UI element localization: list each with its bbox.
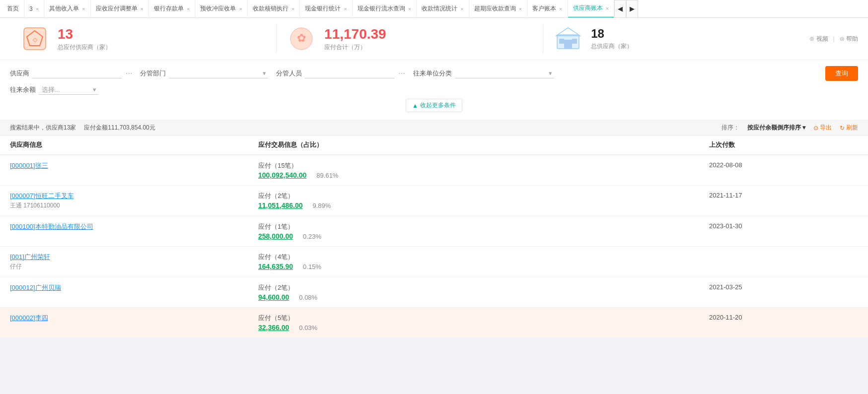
stat-content-payable: 13 总应付供应商（家） (58, 26, 111, 52)
nav-next-arrow[interactable]: ▶ (626, 0, 638, 18)
close-icon[interactable]: × (141, 6, 144, 12)
filter-balance: 往来余额 选择... (10, 85, 98, 95)
tx-percent: 0.15% (303, 263, 321, 270)
dept-filter-label: 分管部门 (140, 69, 166, 78)
table-row: [000012]广州贝瑞 应付（2笔） 94,600.00 0.08% 2021… (0, 277, 868, 308)
tx-label: 应付（5笔） (258, 314, 709, 323)
tx-amount-row: 258,000.00 0.23% (258, 232, 709, 240)
nav-tab-home[interactable]: 首页 (2, 0, 24, 18)
supplier-info-cell: [000001]张三 (10, 161, 258, 171)
close-icon[interactable]: × (187, 6, 190, 12)
nav-prev-arrow[interactable]: ◀ (614, 0, 626, 18)
nav-tab-receipt-exec[interactable]: 收款核销执行 × (248, 0, 300, 18)
supplier-table: 供应商信息 应付交易信息（占比） 上次付数 [000001]张三 应付（15笔）… (0, 135, 868, 338)
close-icon[interactable]: × (606, 5, 609, 11)
tx-label: 应付（4笔） (258, 253, 709, 262)
export-button[interactable]: ⊙ 导出 (813, 124, 832, 132)
tx-amount-link[interactable]: 94,600.00 (258, 293, 289, 301)
collapse-more-btn[interactable]: ▲ 收起更多条件 (406, 99, 462, 112)
query-button[interactable]: 查询 (825, 66, 858, 81)
sort-selector[interactable]: 按应付余额倒序排序 ▾ (747, 124, 805, 132)
tx-amount-link[interactable]: 11,051,486.00 (258, 201, 303, 209)
nav-tab-bank-deposit[interactable]: 银行存款单 × (149, 0, 195, 18)
close-icon[interactable]: × (291, 6, 294, 12)
refresh-button[interactable]: ↻ 刷新 (840, 124, 858, 132)
sort-value-label: 按应付余额倒序排序 (747, 124, 801, 131)
tx-info-cell: 应付（2笔） 94,600.00 0.08% (258, 283, 709, 301)
tx-amount-link[interactable]: 32,366.00 (258, 324, 289, 331)
supplier-filter-label: 供应商 (10, 69, 29, 78)
stat-block-total-suppliers: 18 总供应商（家） (543, 24, 809, 54)
filter-category: 往来单位分类 (413, 68, 554, 78)
nav-tab-supplier-ledger[interactable]: 供应商账本 × (568, 0, 614, 18)
export-icon: ⊙ (813, 125, 818, 131)
svg-text:◇: ◇ (33, 36, 38, 43)
svg-rect-9 (572, 39, 577, 44)
nav-tab-cash-query[interactable]: 现金银行流水查询 × (353, 0, 417, 18)
nav-tab-prepaid-ar-label: 预收冲应收单 (200, 4, 236, 13)
supplier-count-info: 搜索结果中，供应商13家 (10, 124, 76, 132)
person-input[interactable] (305, 68, 394, 78)
tx-amount-link[interactable]: 100,092,540.00 (258, 171, 306, 179)
supplier-link[interactable]: [000100]本特勤油品有限公司 (10, 223, 93, 230)
supplier-link[interactable]: [000001]张三 (10, 162, 48, 169)
close-icon[interactable]: × (36, 6, 39, 12)
tx-info-cell: 应付（5笔） 32,366.00 0.03% (258, 314, 709, 331)
tx-amount-link[interactable]: 258,000.00 (258, 232, 293, 240)
person-dots-icon[interactable]: ··· (398, 69, 405, 78)
supplier-sub-info: 仔仔 (10, 263, 258, 271)
tx-percent: 0.23% (303, 233, 321, 240)
supplier-link[interactable]: [000002]李四 (10, 314, 48, 322)
nav-tab-receipt-stat[interactable]: 收款情况统计 × (417, 0, 469, 18)
supplier-link[interactable]: [001]广州荣轩 (10, 253, 50, 261)
nav-tab-cash-stat[interactable]: 现金银行统计 × (300, 0, 352, 18)
close-icon[interactable]: × (460, 6, 463, 12)
close-icon[interactable]: × (559, 6, 562, 12)
last-payment-cell: 2021-03-25 (709, 283, 858, 291)
svg-text:✿: ✿ (297, 32, 306, 44)
table-row: [000002]李四 应付（5笔） 32,366.00 0.03% 2020-1… (0, 308, 868, 338)
nav-tab-ar-ap-label: 应收应付调整单 (96, 4, 138, 13)
tx-amount-row: 32,366.00 0.03% (258, 324, 709, 331)
tx-label: 应付（2笔） (258, 192, 709, 200)
main-content: ◇ 13 总应付供应商（家） ✿ 11,170.39 应付合计（万） (0, 18, 868, 394)
nav-tab-ar-ap[interactable]: 应收应付调整单 × (91, 0, 149, 18)
tx-info-cell: 应付（15笔） 100,092,540.00 89.61% (258, 161, 709, 179)
supplier-link[interactable]: [000007]恒旺二手叉车 (10, 192, 74, 199)
tx-amount-link[interactable]: 164,635.90 (258, 263, 293, 270)
tx-percent: 89.61% (316, 172, 338, 179)
video-link[interactable]: ⊙ 视频 (809, 35, 828, 43)
close-icon[interactable]: × (82, 6, 85, 12)
supplier-input[interactable] (32, 68, 122, 78)
nav-tab-prepaid-ar[interactable]: 预收冲应收单 × (195, 0, 247, 18)
close-icon[interactable]: × (519, 6, 522, 12)
nav-tab-overdue-ar[interactable]: 超期应收款查询 × (469, 0, 527, 18)
help-link[interactable]: ⊙ 帮助 (840, 35, 858, 43)
balance-select[interactable]: 选择... (39, 85, 98, 95)
dept-select[interactable] (169, 68, 268, 78)
svg-rect-8 (559, 39, 564, 44)
nav-tab-home-label: 首页 (7, 4, 19, 13)
supplier-dots-icon[interactable]: ··· (126, 69, 132, 78)
nav-tab-cash-query-label: 现金银行流水查询 (358, 4, 405, 13)
collapse-label: 收起更多条件 (420, 101, 456, 110)
tx-amount-row: 164,635.90 0.15% (258, 263, 709, 270)
supplier-info-cell: [000002]李四 (10, 314, 258, 324)
nav-tab-overdue-ar-label: 超期应收款查询 (474, 4, 516, 13)
stat-content-total-suppliers: 18 总供应商（家） (591, 27, 633, 51)
supplier-link[interactable]: [000012]广州贝瑞 (10, 284, 61, 291)
nav-tab-supplier-ledger-label: 供应商账本 (573, 4, 603, 12)
last-payment-cell: 2023-01-30 (709, 222, 858, 230)
nav-tab-other-income[interactable]: 其他收入单 × (44, 0, 90, 18)
nav-tab-3-label: 3 (29, 5, 33, 12)
header-supplier-info: 供应商信息 (10, 140, 258, 149)
nav-tab-customer-ledger[interactable]: 客户账本 × (527, 0, 568, 18)
leaf-icon: ✿ (287, 24, 316, 54)
export-label: 导出 (820, 124, 832, 132)
close-icon[interactable]: × (344, 6, 347, 12)
close-icon[interactable]: × (239, 6, 242, 12)
category-select[interactable] (455, 68, 554, 78)
nav-tab-3[interactable]: 3 × (24, 0, 44, 18)
stat-block-payable-suppliers: ◇ 13 总应付供应商（家） (10, 24, 276, 54)
close-icon[interactable]: × (408, 6, 411, 12)
